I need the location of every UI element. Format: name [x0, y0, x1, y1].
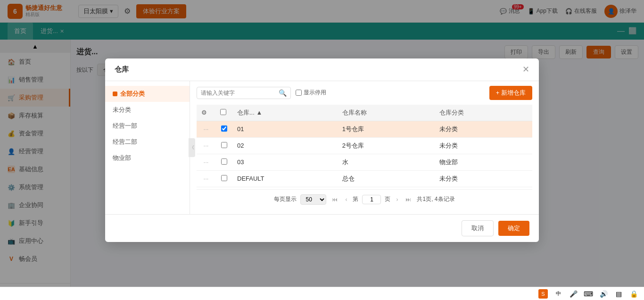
first-page-button[interactable]: ⏮ — [330, 195, 339, 204]
page-label-pre: 第 — [353, 195, 358, 203]
table-header-row: ⚙ 仓库... ▲ 仓库名称 — [197, 105, 532, 121]
modal-overlay[interactable]: 仓库 ✕ 《 全部分类 未分类 经营一部 经营二部 — [0, 0, 644, 300]
taskbar-zh-icon[interactable]: 中 — [553, 289, 563, 299]
total-label: 共1页, 4条记录 — [417, 195, 454, 203]
taskbar-lock-icon[interactable]: 🔒 — [629, 289, 638, 299]
taskbar-s-icon[interactable]: S — [538, 289, 548, 299]
category-item-dept2[interactable]: 经营二部 — [105, 134, 190, 150]
row-category: 未分类 — [435, 170, 532, 187]
select-all-checkbox[interactable] — [220, 109, 226, 115]
row-checkbox-cell[interactable] — [215, 154, 232, 170]
row-checkbox-cell[interactable] — [215, 170, 232, 187]
th-category: 仓库分类 — [435, 105, 532, 121]
modal-toolbar: 🔍 显示停用 + 新增仓库 — [197, 86, 532, 100]
gear-col-icon[interactable]: ⚙ — [201, 109, 207, 116]
taskbar: S 中 🎤 ⌨ 🔊 ▤ 🔒 — [0, 287, 644, 300]
modal-body: 《 全部分类 未分类 经营一部 经营二部 物业部 — [105, 81, 539, 214]
last-page-button[interactable]: ⏭ — [404, 195, 413, 204]
row-name: 总仓 — [338, 170, 435, 187]
per-page-label: 每页显示 — [274, 195, 297, 203]
th-code: 仓库... ▲ — [232, 105, 338, 121]
warehouse-modal: 仓库 ✕ 《 全部分类 未分类 经营一部 经营二部 — [105, 58, 539, 242]
page-input[interactable] — [362, 195, 381, 204]
row-checkbox[interactable] — [221, 142, 227, 148]
modal-table-panel: 🔍 显示停用 + 新增仓库 — [190, 81, 539, 214]
row-code: 02 — [232, 137, 338, 154]
taskbar-volume-icon[interactable]: 🔊 — [599, 289, 608, 299]
search-box: 🔍 — [197, 87, 291, 99]
row-name: 水 — [338, 154, 435, 170]
search-input[interactable] — [201, 90, 279, 96]
cancel-button[interactable]: 取消 — [462, 220, 494, 236]
confirm-button[interactable]: 确定 — [498, 221, 529, 236]
th-name: 仓库名称 — [338, 105, 435, 121]
row-checkbox-cell[interactable] — [215, 121, 232, 137]
row-code: 01 — [232, 121, 338, 137]
pagination: 每页显示 50 100 ⏮ ‹ 第 页 › ⏭ 共1页, 4条记录 — [197, 189, 532, 209]
row-actions[interactable]: ··· — [197, 137, 215, 154]
row-checkbox[interactable] — [221, 175, 227, 181]
category-item-property[interactable]: 物业部 — [105, 150, 190, 166]
row-actions[interactable]: ··· — [197, 170, 215, 187]
add-warehouse-button[interactable]: + 新增仓库 — [489, 86, 532, 100]
search-icon[interactable]: 🔍 — [279, 89, 287, 97]
th-gear: ⚙ — [197, 105, 215, 121]
modal-footer: 取消 确定 — [105, 214, 539, 242]
table-row[interactable]: ··· 01 1号仓库 未分类 — [197, 121, 532, 137]
per-page-select[interactable]: 50 100 — [300, 194, 326, 205]
show-disabled-checkbox[interactable] — [296, 90, 302, 96]
taskbar-mic-icon[interactable]: 🎤 — [569, 289, 578, 299]
row-category: 物业部 — [435, 154, 532, 170]
taskbar-layout-icon[interactable]: ▤ — [614, 289, 623, 299]
th-check — [215, 105, 232, 121]
show-disabled-label[interactable]: 显示停用 — [296, 89, 326, 97]
page-label: 页 — [385, 195, 390, 203]
modal-category-panel: 《 全部分类 未分类 经营一部 经营二部 物业部 — [105, 81, 190, 214]
row-checkbox[interactable] — [221, 158, 227, 165]
table-wrap: ⚙ 仓库... ▲ 仓库名称 — [197, 105, 532, 187]
modal-title: 仓库 — [115, 65, 129, 74]
taskbar-keyboard-icon[interactable]: ⌨ — [584, 289, 593, 299]
row-checkbox[interactable] — [221, 125, 227, 132]
modal-close-button[interactable]: ✕ — [522, 65, 529, 74]
modal-header: 仓库 ✕ — [105, 58, 539, 81]
row-name: 1号仓库 — [338, 121, 435, 137]
prev-page-button[interactable]: ‹ — [343, 195, 349, 204]
category-item-dept1[interactable]: 经营一部 — [105, 118, 190, 134]
row-code: DEFAULT — [232, 170, 338, 187]
warehouse-table: ⚙ 仓库... ▲ 仓库名称 — [197, 105, 532, 187]
row-code: 03 — [232, 154, 338, 170]
table-row[interactable]: ··· 02 2号仓库 未分类 — [197, 137, 532, 154]
row-category: 未分类 — [435, 137, 532, 154]
table-row[interactable]: ··· DEFAULT 总仓 未分类 — [197, 170, 532, 187]
panel-collapse-icon[interactable]: 《 — [189, 138, 195, 157]
row-checkbox-cell[interactable] — [215, 137, 232, 154]
category-dot-icon — [113, 92, 117, 96]
row-actions[interactable]: ··· — [197, 121, 215, 137]
table-row[interactable]: ··· 03 水 物业部 — [197, 154, 532, 170]
next-page-button[interactable]: › — [394, 195, 400, 204]
row-category: 未分类 — [435, 121, 532, 137]
row-actions[interactable]: ··· — [197, 154, 215, 170]
row-name: 2号仓库 — [338, 137, 435, 154]
category-item-uncategorized[interactable]: 未分类 — [105, 102, 190, 118]
category-item-all[interactable]: 全部分类 — [105, 86, 190, 102]
modal-toolbar-right: + 新增仓库 — [489, 86, 532, 100]
